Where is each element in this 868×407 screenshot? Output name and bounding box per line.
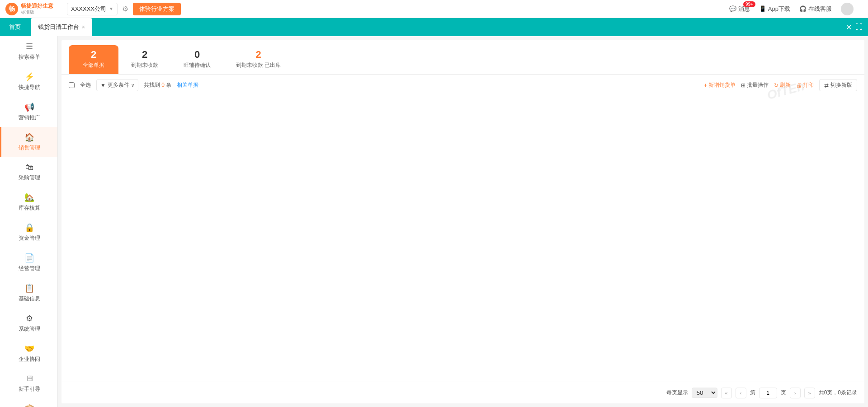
settings-button[interactable]: ⚙ [122,5,128,13]
select-all-checkbox[interactable] [69,82,75,88]
online-service-label: 在线客服 [808,5,832,13]
sidebar-item-app-center[interactable]: 📦 应用中心 [0,398,57,407]
tab-close-button[interactable]: × [82,24,85,30]
logo-icon: 畅 [5,3,18,15]
marketing-icon: 📢 [24,102,34,112]
sidebar-item-base-info[interactable]: 📋 基础信息 [0,278,57,308]
sidebar-marketing-label: 营销推广 [19,114,40,122]
system-icon: ⚙ [26,313,33,323]
page-number-input[interactable] [759,388,777,398]
stat-num-all: 2 [91,49,96,61]
found-number: 0 [161,82,165,88]
batch-operation-button[interactable]: ⊞ 批量操作 [741,81,769,89]
sidebar-item-inventory[interactable]: 🏡 库存核算 [0,187,57,217]
tab-label: 钱货日清工作台 [38,23,79,31]
prev-page-button[interactable]: ‹ [736,388,746,398]
print-button[interactable]: 🖨 打印 [796,81,814,89]
sidebar-item-marketing[interactable]: 📢 营销推广 [0,97,57,127]
quick-nav-icon: ⚡ [24,72,34,82]
app-download-button[interactable]: 📱 App下载 [759,5,790,13]
app-center-icon: 📦 [24,404,34,407]
sidebar-enterprise-label: 企业协同 [19,356,40,363]
stat-tab-pending[interactable]: 0 旺辅待确认 [171,45,223,74]
sidebar-item-enterprise[interactable]: 🤝 企业协同 [0,338,57,369]
content-area: 2 全部单据 2 到期未收款 0 旺辅待确认 2 到期未收款 已出库 [61,40,864,403]
refresh-icon: ↻ [774,82,778,89]
last-page-button[interactable]: » [804,388,815,398]
company-dropdown-arrow: ▼ [109,6,113,11]
sidebar-item-purchase[interactable]: 🛍 采购管理 [0,157,57,187]
found-prefix: 共找到 [144,82,160,88]
sidebar-item-search[interactable]: ☰ 搜索菜单 [0,36,57,66]
sidebar-sales-label: 销售管理 [19,144,40,152]
next-page-button[interactable]: › [790,388,801,398]
add-label: 新增销货单 [708,81,736,89]
filter-button[interactable]: ▼ 更多条件 ∨ [96,79,138,91]
trial-button[interactable]: 体验行业方案 [133,3,181,15]
tab-expand-action[interactable]: ⛶ [855,23,863,31]
tab-bar: 首页 钱货日清工作台 × ✕ ⛶ [0,18,868,36]
found-count-text: 共找到 0 条 [144,81,171,89]
top-bar: 畅 畅捷通好生意 标准版 XXXXXX公司 ▼ ⚙ 体验行业方案 💬 消息 99… [0,0,868,18]
sidebar-item-system[interactable]: ⚙ 系统管理 [0,308,57,338]
stat-tab-overdue-out[interactable]: 2 到期未收款 已出库 [223,45,293,74]
filter-chevron: ∨ [131,83,134,88]
headset-icon: 🎧 [799,5,807,12]
related-orders-link[interactable]: 相关单据 [177,81,198,89]
sidebar-search-label: 搜索菜单 [19,53,40,61]
inventory-icon: 🏡 [24,192,34,202]
sidebar-inventory-label: 库存核算 [19,204,40,212]
sidebar-item-operation[interactable]: 📄 经营管理 [0,248,57,278]
top-right: 💬 消息 99+ 📱 App下载 🎧 在线客服 [729,3,863,15]
sidebar-item-finance[interactable]: 🔒 资金管理 [0,217,57,248]
home-tab[interactable]: 首页 [0,18,30,36]
tab-close-action[interactable]: ✕ [846,23,852,32]
message-badge: 99+ [743,1,755,7]
select-all-label[interactable]: 全选 [80,81,91,89]
add-icon: + [704,82,707,89]
tab-bar-actions: ✕ ⛶ [846,23,868,32]
toolbar: 全选 ▼ 更多条件 ∨ 共找到 0 条 相关单据 + 新增销货单 [61,75,864,96]
refresh-button[interactable]: ↻ 刷新 [774,81,791,89]
sidebar-operation-label: 经营管理 [19,265,40,272]
message-button[interactable]: 💬 消息 99+ [729,5,750,13]
company-name: XXXXXX公司 [71,5,106,13]
first-page-icon: « [725,390,728,396]
menu-icon: ☰ [26,42,33,51]
user-avatar[interactable] [841,3,854,15]
sidebar-finance-label: 资金管理 [19,234,40,242]
current-tab[interactable]: 钱货日清工作台 × [31,18,92,36]
switch-version-button[interactable]: ⇄ 切换新版 [819,79,857,91]
logo-title: 畅捷通好生意 [21,3,53,9]
stats-tabs: 2 全部单据 2 到期未收款 0 旺辅待确认 2 到期未收款 已出库 [61,40,864,75]
add-order-button[interactable]: + 新增销货单 [704,81,736,89]
operation-icon: 📄 [24,253,34,263]
sidebar-item-sales[interactable]: 🏠 销售管理 [0,127,57,157]
sidebar-item-guide[interactable]: 🖥 新手引导 [0,369,57,398]
stat-tab-all[interactable]: 2 全部单据 [69,45,118,74]
next-page-icon: › [794,390,796,396]
sidebar-purchase-label: 采购管理 [19,174,40,182]
last-page-icon: » [808,390,811,396]
sidebar-base-info-label: 基础信息 [19,295,40,303]
purchase-icon: 🛍 [25,163,33,172]
guide-icon: 🖥 [25,374,33,384]
switch-label: 切换新版 [830,81,852,89]
base-info-icon: 📋 [24,283,34,293]
first-page-button[interactable]: « [721,388,732,398]
sidebar-item-quick-nav[interactable]: ⚡ 快捷导航 [0,66,57,97]
page-label: 第 [750,389,755,397]
stat-tab-overdue[interactable]: 2 到期未收款 [118,45,171,74]
toolbar-right: + 新增销货单 ⊞ 批量操作 ↻ 刷新 🖨 打印 [704,79,857,91]
total-info: 共0页，0条记录 [819,389,857,397]
filter-label: 更多条件 [108,81,129,89]
logo-sub: 标准版 [21,9,53,15]
print-label: 打印 [803,81,814,89]
finance-icon: 🔒 [24,223,34,233]
prev-page-icon: ‹ [740,390,742,396]
stat-num-overdue-out: 2 [256,49,261,61]
company-selector[interactable]: XXXXXX公司 ▼ [67,3,118,15]
online-service-button[interactable]: 🎧 在线客服 [799,5,832,13]
message-icon: 💬 [729,5,736,12]
per-page-select[interactable]: 50 20 100 [692,388,717,398]
